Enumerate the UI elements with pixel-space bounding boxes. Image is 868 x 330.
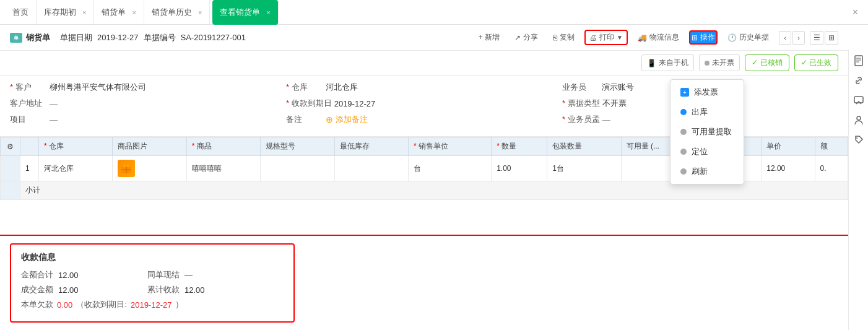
total-amount-field: 金额合计 12.00 (21, 269, 132, 280)
dropdown-refresh[interactable]: 刷新 (671, 162, 744, 181)
tab-sales-order[interactable]: 销货单 × (94, 0, 144, 25)
add-note-button[interactable]: ⊕ 添加备注 (326, 114, 368, 125)
tab-sales-order-label: 销货单 (102, 7, 126, 18)
col-qty: 数量 (492, 137, 547, 156)
sidebar-user-icon[interactable] (850, 111, 867, 129)
copy-button[interactable]: ⎘ 复制 (548, 30, 579, 45)
sidebar-chat-icon[interactable] (850, 92, 867, 109)
row-product-img-cell (113, 156, 186, 181)
plus-icon: ⊕ (326, 115, 333, 124)
cumulative-field: 累计收款 12.00 (147, 284, 259, 295)
tab-check-sales-close[interactable]: × (266, 9, 270, 16)
tab-bar: 首页 库存期初 × 销货单 × 销货单历史 × 查看销货单 × × (0, 0, 868, 25)
row-product-cell: 嘻嘻嘻嘻 (186, 156, 260, 181)
tab-inventory-init[interactable]: 库存期初 × (37, 0, 94, 25)
dropdown-out-stock[interactable]: 出库 (671, 102, 744, 122)
due-date-label: 收款到期日 (286, 98, 332, 109)
col-product: 商品 (186, 137, 260, 156)
cumulative-value: 12.00 (184, 285, 205, 295)
customer-value[interactable]: 柳州粤港平安气体有限公司 (50, 82, 146, 93)
toolbar-row: 📱 来自手机 未开票 ✓ 已核销 ✓ 已生效 (0, 51, 848, 76)
row-seq-cell: 1 (20, 156, 39, 181)
sidebar-document-icon[interactable] (850, 52, 867, 69)
due-date-value[interactable]: 2019-12-27 (334, 99, 376, 108)
prev-arrow[interactable]: ‹ (779, 31, 791, 45)
date-label: 单据日期 (60, 32, 92, 43)
locate-icon (680, 149, 687, 155)
row-min-stock-cell (334, 156, 408, 181)
tab-check-sales[interactable]: 查看销货单 × (212, 0, 278, 25)
note-field: 备注 ⊕ 添加备注 (286, 114, 562, 125)
next-arrow[interactable]: › (792, 31, 805, 45)
col-pack-qty: 包装数量 (547, 137, 621, 156)
operations-dropdown: + 添发票 出库 可用量提取 定位 刷新 (670, 79, 744, 185)
new-button[interactable]: + 新增 (474, 30, 505, 45)
cumulative-label: 累计收款 (147, 284, 180, 295)
print-icon: 🖨 (589, 33, 597, 42)
share-button[interactable]: ↗ 分享 (510, 30, 543, 45)
sidebar-link-icon[interactable] (850, 72, 867, 89)
row-spec-cell (261, 156, 334, 181)
tab-inventory-init-close[interactable]: × (82, 9, 86, 16)
payment-info-box: 收款信息 金额合计 12.00 同单现结 — 成交金额 12.00 (10, 243, 295, 323)
payment-row-3: 本单欠款 0.00 （收款到期日: 2019-12-27 ） (21, 299, 284, 310)
dropdown-qty-fetch[interactable]: 可用量提取 (671, 122, 744, 142)
out-stock-icon (680, 109, 687, 115)
tab-bar-close-button[interactable]: × (848, 7, 863, 18)
print-button[interactable]: 🖨 打印 ▼ (584, 30, 628, 45)
due-note-label: （收款到期日: (76, 299, 127, 310)
add-invoice-icon: + (680, 88, 689, 97)
svg-text:单: 单 (14, 35, 19, 41)
project-value: — (50, 115, 58, 124)
tab-inventory-init-label: 库存期初 (44, 7, 76, 18)
ops-icon: ⊞ (692, 33, 698, 42)
sidebar-tag-icon[interactable] (850, 131, 867, 149)
subtotal-settings-cell (1, 181, 20, 200)
address-field: 客户地址 — (10, 98, 286, 109)
from-phone-button[interactable]: 📱 来自手机 (641, 54, 694, 71)
nav-arrows: ‹ › (779, 31, 805, 45)
row-settings-cell (1, 156, 20, 181)
logistics-button[interactable]: 🚚 物流信息 (633, 30, 684, 45)
same-order-label: 同单现结 (147, 269, 180, 280)
tab-sales-history[interactable]: 销货单历史 × (144, 0, 210, 25)
code-label: 单据编号 (144, 32, 176, 43)
address-value: — (50, 99, 58, 108)
truck-icon: 🚚 (638, 33, 647, 42)
not-opened-button[interactable]: 未开票 (699, 54, 740, 71)
tab-sales-order-close[interactable]: × (132, 9, 136, 16)
view-grid-button[interactable]: ⊞ (825, 31, 838, 45)
svg-point-11 (857, 116, 861, 120)
note-label: 备注 (286, 114, 323, 125)
address-label: 客户地址 (10, 98, 47, 109)
verify-button[interactable]: ✓ 已核销 (745, 54, 789, 71)
operations-button[interactable]: ⊞ 操作 (689, 30, 718, 45)
not-opened-dot (705, 61, 710, 66)
tab-check-sales-label: 查看销货单 (220, 7, 260, 18)
col-warehouse: 仓库 (39, 137, 113, 156)
share-icon: ↗ (514, 33, 521, 42)
col-product-img: 商品图片 (113, 137, 186, 156)
customer-field: 客户 柳州粤港平安气体有限公司 (10, 82, 286, 93)
payment-row-1: 金额合计 12.00 同单现结 — (21, 269, 284, 280)
project-field: 项目 — (10, 114, 286, 125)
warehouse-field: 仓库 河北仓库 (286, 82, 562, 93)
dropdown-add-invoice[interactable]: + 添发票 (671, 82, 744, 102)
gear-icon: ⚙ (7, 142, 14, 151)
document-title-text: 销货单 (26, 32, 50, 43)
right-sidebar (848, 50, 868, 330)
tab-sales-history-close[interactable]: × (198, 9, 202, 16)
phone-icon: 📱 (647, 59, 656, 67)
same-order-field: 同单现结 — (147, 269, 259, 280)
effect-button[interactable]: ✓ 已生效 (794, 54, 838, 71)
warehouse-value[interactable]: 河北仓库 (326, 82, 358, 93)
col-settings[interactable]: ⚙ (1, 137, 20, 156)
tab-sales-history-label: 销货单历史 (152, 7, 192, 18)
document-meta: 单据日期 2019-12-27 单据编号 SA-20191227-001 (60, 32, 246, 43)
history-button[interactable]: 🕐 历史单据 (723, 30, 774, 45)
dropdown-locate[interactable]: 定位 (671, 142, 744, 162)
tab-home[interactable]: 首页 (5, 0, 37, 25)
row-qty-cell: 1.00 (492, 156, 547, 181)
due-date-field: 收款到期日 2019-12-27 (286, 98, 562, 109)
view-list-button[interactable]: ☰ (810, 31, 823, 45)
